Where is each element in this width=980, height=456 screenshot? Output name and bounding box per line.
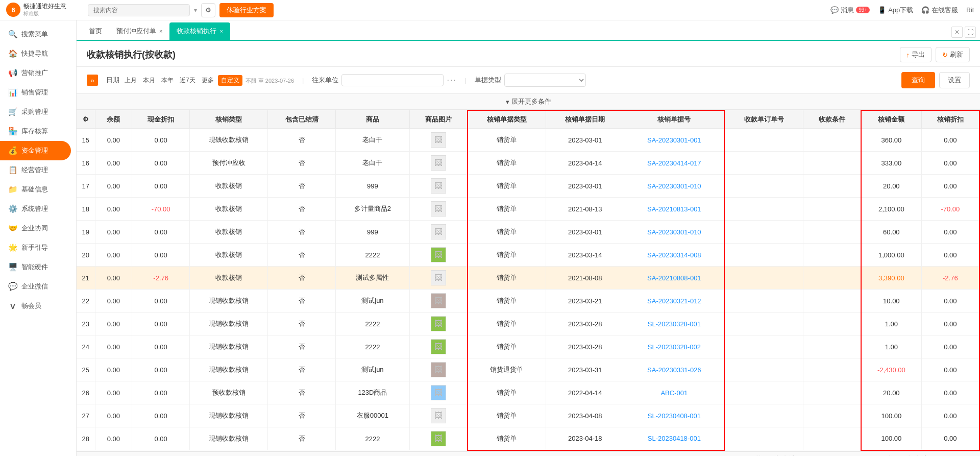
row-goods-img[interactable]: 🖼 <box>409 152 468 175</box>
receipt-no-link[interactable]: SL-20230418-001 <box>648 435 701 442</box>
sidebar-item-inventory[interactable]: 🏪 库存核算 <box>0 122 76 141</box>
receipt-no-link[interactable]: SL-20230328-002 <box>648 343 701 351</box>
tab-maximize-btn[interactable]: ⛶ <box>965 27 976 38</box>
receipt-no-link[interactable]: SA-20230301-001 <box>647 136 701 144</box>
receipt-no-link[interactable]: SA-20210808-001 <box>647 274 701 282</box>
receipt-no-link[interactable]: SA-20230414-017 <box>647 159 701 167</box>
row-cash-discount: 0.00 <box>132 244 190 267</box>
message-icon: 💬 <box>830 6 839 14</box>
row-collect-order <box>724 221 803 244</box>
dropdown-arrow-icon[interactable]: ▾ <box>194 7 197 14</box>
date-more[interactable]: 更多 <box>200 75 216 86</box>
export-btn[interactable]: ↑ 导出 <box>900 47 932 62</box>
goods-image[interactable]: 🖼 <box>431 431 446 446</box>
counterpart-input[interactable] <box>341 74 444 86</box>
sidebar-item-finance[interactable]: 💰 资金管理 <box>0 141 71 160</box>
goods-image[interactable]: 🖼 <box>431 316 446 331</box>
goods-image[interactable]: 🖼 <box>431 293 446 308</box>
sidebar-item-member[interactable]: V 畅会员 <box>0 296 76 316</box>
goods-image[interactable]: 🖼 <box>431 408 446 423</box>
receipt-no-link[interactable]: SL-20230408-001 <box>648 412 701 420</box>
app-download[interactable]: 📱 App下载 <box>878 6 913 15</box>
date-custom[interactable]: 自定义 <box>218 75 242 86</box>
message-area[interactable]: 💬 消息 99+ <box>830 6 870 15</box>
tab-prepay[interactable]: 预付冲应付单 × <box>109 22 169 40</box>
row-goods-img[interactable]: 🖼 <box>409 381 468 404</box>
row-goods-img[interactable]: 🖼 <box>409 198 468 221</box>
date-this-year[interactable]: 本年 <box>159 75 176 86</box>
row-no: 15 <box>77 129 95 152</box>
goods-image[interactable]: 🖼 <box>431 362 446 377</box>
search-input[interactable] <box>88 4 190 16</box>
row-writeoff-type: 现销收款核销 <box>190 335 268 358</box>
row-collect-condition <box>803 175 861 198</box>
filter-settings-btn[interactable]: 设置 <box>939 72 970 88</box>
row-writeoff-type: 现销收款核销 <box>190 404 268 427</box>
goods-image[interactable]: 🖼 <box>431 132 446 148</box>
sidebar-item-guide[interactable]: 🌟 新手引导 <box>0 238 76 257</box>
online-service[interactable]: 🎧 在线客服 <box>921 6 958 15</box>
row-goods-img[interactable]: 🖼 <box>409 358 468 381</box>
filter-expand-btn[interactable]: » <box>87 75 98 86</box>
tab-close-btn[interactable]: ✕ <box>951 27 963 38</box>
row-goods-img[interactable]: 🖼 <box>409 175 468 198</box>
receipt-no-link[interactable]: SA-20230301-010 <box>647 182 701 190</box>
row-goods-img[interactable]: 🖼 <box>409 129 468 152</box>
receipt-no-link[interactable]: SL-20230328-001 <box>648 320 701 328</box>
date-last-month[interactable]: 上月 <box>122 75 139 86</box>
tab-collect-writeoff-close-icon[interactable]: × <box>219 28 223 34</box>
sidebar-item-sales[interactable]: 📊 销售管理 <box>0 83 76 102</box>
sidebar-item-wechat[interactable]: 💬 企业微信 <box>0 277 76 296</box>
row-goods-img[interactable]: 🖼 <box>409 267 468 290</box>
query-btn[interactable]: 查询 <box>901 72 935 88</box>
goods-image[interactable]: 🖼 <box>431 270 446 285</box>
tab-home[interactable]: 首页 <box>82 22 109 40</box>
row-goods-img[interactable]: 🖼 <box>409 221 468 244</box>
receipt-no-link[interactable]: SA-20230321-012 <box>647 297 701 305</box>
goods-image[interactable]: 🖼 <box>431 224 446 239</box>
industry-btn[interactable]: 休验行业方案 <box>219 3 274 17</box>
goods-image[interactable]: 🖼 <box>431 155 446 171</box>
date-7days[interactable]: 近7天 <box>178 75 198 86</box>
sidebar-item-marketing[interactable]: 📢 营销推广 <box>0 63 76 83</box>
row-cash-discount: 0.00 <box>132 175 190 198</box>
receipt-no-link[interactable]: ABC-001 <box>660 389 688 397</box>
receipt-no-link[interactable]: SA-20230301-010 <box>647 228 701 236</box>
sidebar-item-search[interactable]: 🔍 搜索菜单 <box>0 25 76 44</box>
goods-image[interactable]: 🖼 <box>431 201 446 217</box>
sidebar-item-quicknav[interactable]: 🏠 快捷导航 <box>0 44 76 63</box>
row-goods-img[interactable]: 🖼 <box>409 244 468 267</box>
row-goods-img[interactable]: 🖼 <box>409 335 468 358</box>
row-writeoff-discount: 0.00 <box>921 358 979 381</box>
receipt-type-select[interactable] <box>504 74 586 87</box>
sidebar-item-label: 销售管理 <box>21 88 48 97</box>
tab-prepay-close-icon[interactable]: × <box>159 28 162 34</box>
tab-collect-writeoff[interactable]: 收款核销执行 × <box>169 22 230 40</box>
goods-image[interactable]: 🖼 <box>431 178 446 194</box>
date-this-month[interactable]: 本月 <box>141 75 157 86</box>
sidebar-item-basic-info[interactable]: 📁 基础信息 <box>0 180 76 199</box>
sidebar-item-operations[interactable]: 📋 经营管理 <box>0 160 76 180</box>
expand-more-btn[interactable]: ▾ 展开更多条件 <box>506 97 551 106</box>
goods-image[interactable]: 🖼 <box>431 385 446 400</box>
sidebar-item-purchase[interactable]: 🛒 采购管理 <box>0 102 76 122</box>
marketing-icon: 📢 <box>8 68 17 78</box>
sidebar-item-system[interactable]: ⚙️ 系统管理 <box>0 199 76 219</box>
receipt-no-link[interactable]: SA-20210813-001 <box>647 205 701 213</box>
receipt-no-link[interactable]: SA-20230331-026 <box>647 366 701 374</box>
goods-image[interactable]: 🖼 <box>431 247 446 262</box>
row-goods-img[interactable]: 🖼 <box>409 404 468 427</box>
row-writeoff-type: 预收款核销 <box>190 381 268 404</box>
goods-image[interactable]: 🖼 <box>431 339 446 354</box>
row-goods-img[interactable]: 🖼 <box>409 313 468 335</box>
refresh-btn[interactable]: ↻ 刷新 <box>936 47 970 62</box>
counterpart-dots[interactable]: ··· <box>447 76 456 85</box>
sidebar-item-hardware[interactable]: 🖥️ 智能硬件 <box>0 257 76 277</box>
row-goods-img[interactable]: 🖼 <box>409 427 468 450</box>
row-receipt-type: 销货单 <box>468 198 546 221</box>
row-writeoff-amount: 60.00 <box>861 221 921 244</box>
receipt-no-link[interactable]: SA-20230314-008 <box>647 251 701 259</box>
settings-icon[interactable]: ⚙ <box>201 3 215 17</box>
sidebar-item-enterprise[interactable]: 🤝 企业协同 <box>0 219 76 238</box>
row-goods-img[interactable]: 🖼 <box>409 290 468 313</box>
